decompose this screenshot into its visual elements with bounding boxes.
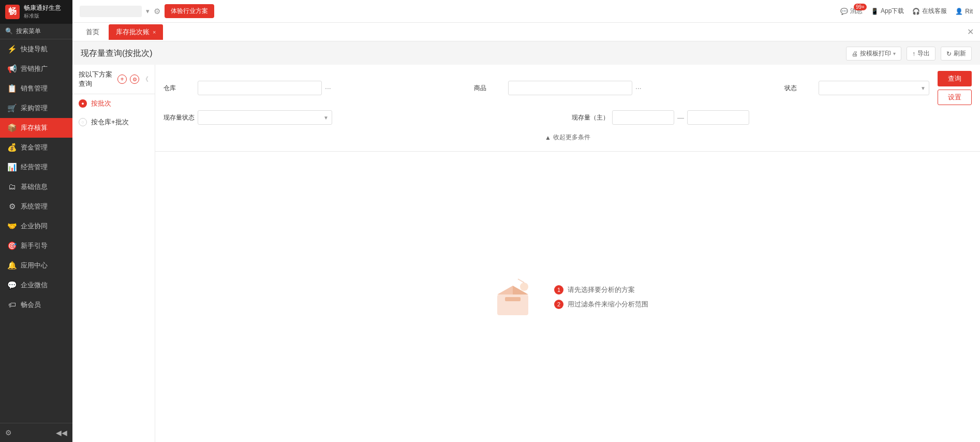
sidebar-search-label: 搜索菜单 <box>16 27 41 36</box>
add-plan-button[interactable]: + <box>117 75 127 84</box>
nav-icon: 📋 <box>7 84 17 93</box>
nav-icon: 📦 <box>7 123 17 132</box>
app-edition: 标准版 <box>24 12 61 20</box>
topbar: ▾ ⚙ 体验行业方案 💬 消息 99+ 📱 App下载 🎧 在线客服 👤 Rit <box>72 0 980 23</box>
empty-tip-2: 2 用过滤条件来缩小分析范围 <box>554 300 648 309</box>
nav-label: 新手引导 <box>21 241 48 251</box>
status-select[interactable]: ▼ <box>819 81 929 95</box>
app-title: 畅康通好生意 <box>24 4 61 12</box>
plan-dot: ○ <box>79 118 87 126</box>
left-panel-header: 按以下方案查询 + ⚙ 《 <box>72 65 155 94</box>
tab-home[interactable]: 首页 <box>79 24 107 40</box>
query-button[interactable]: 查询 <box>938 71 972 86</box>
export-icon: ↑ <box>912 50 915 57</box>
product-more-icon[interactable]: ··· <box>635 84 642 92</box>
message-badge: 99+ <box>854 4 867 10</box>
sidebar-header: 畅 畅康通好生意 标准版 <box>0 0 72 24</box>
nav-label: 采购管理 <box>21 104 48 113</box>
sidebar-item-企业协同[interactable]: 🤝企业协同 <box>0 216 72 236</box>
sidebar-item-企业微信[interactable]: 💬企业微信 <box>0 275 72 295</box>
topbar-right: 💬 消息 99+ 📱 App下载 🎧 在线客服 👤 Rit <box>840 7 973 16</box>
sidebar-footer: ⚙ ◀◀ <box>0 423 72 442</box>
nav-icon: 🗂 <box>7 182 17 191</box>
product-input[interactable] <box>508 81 632 95</box>
message-button[interactable]: 💬 消息 99+ <box>840 7 863 16</box>
print-button[interactable]: 🖨 按模板打印 ▾ <box>846 47 901 61</box>
main-area: ▾ ⚙ 体验行业方案 💬 消息 99+ 📱 App下载 🎧 在线客服 👤 Rit <box>72 0 980 442</box>
panel-collapse-icon[interactable]: 《 <box>142 75 149 84</box>
sidebar-item-畅会员[interactable]: 🏷畅会员 <box>0 295 72 315</box>
warehouse-more-icon[interactable]: ··· <box>325 84 331 92</box>
nav-icon: ⚡ <box>7 45 17 54</box>
sidebar-item-采购管理[interactable]: 🛒采购管理 <box>0 98 72 118</box>
app-download-button[interactable]: 📱 App下载 <box>871 7 904 16</box>
online-service-label: 在线客服 <box>922 7 947 16</box>
plan-label: 按仓库+批次 <box>91 117 129 127</box>
inventory-qty-dash: — <box>677 114 684 122</box>
warehouse-filter-group: 仓库 ··· <box>164 81 466 95</box>
nav-icon: 📊 <box>7 163 17 172</box>
plan-item-按仓库+批次[interactable]: ○按仓库+批次 <box>72 113 155 131</box>
sidebar-item-系统管理[interactable]: ⚙系统管理 <box>0 197 72 216</box>
user-avatar[interactable]: 👤 Rit <box>955 8 973 15</box>
inventory-qty-group: 现存量（主） — <box>572 110 972 125</box>
status-filter-group: 状态 ▼ <box>784 81 929 95</box>
nav-label: 营销推广 <box>21 64 48 73</box>
inventory-status-select[interactable]: ▼ <box>198 110 332 125</box>
sidebar-item-快捷导航[interactable]: ⚡快捷导航 <box>0 39 72 59</box>
sidebar-nav: ⚡快捷导航📢营销推广📋销售管理🛒采购管理📦库存核算💰资金管理📊经营管理🗂基础信息… <box>0 39 72 423</box>
tip-2-number: 2 <box>554 300 563 309</box>
sidebar-item-应用中心[interactable]: 🔔应用中心 <box>0 256 72 275</box>
plan-item-按批次[interactable]: ●按批次 <box>72 94 155 113</box>
topbar-dropdown-icon[interactable]: ▾ <box>146 7 150 15</box>
page-actions: 🖨 按模板打印 ▾ ↑ 导出 ↻ 刷新 <box>846 47 972 61</box>
tab-inventory-batch[interactable]: 库存批次账 × <box>109 24 163 40</box>
nav-label: 资金管理 <box>21 143 48 152</box>
nav-icon: 📢 <box>7 64 17 73</box>
inventory-qty-to[interactable] <box>687 110 749 125</box>
nav-icon: 🛒 <box>7 104 17 113</box>
topbar-search-input[interactable] <box>80 6 142 17</box>
topbar-gear-icon[interactable]: ⚙ <box>154 7 160 16</box>
inventory-status-label: 现存量状态 <box>164 113 195 122</box>
sidebar-search[interactable]: 🔍 搜索菜单 <box>0 24 72 39</box>
nav-label: 企业协同 <box>21 222 48 231</box>
printer-icon: 🖨 <box>852 50 858 57</box>
inventory-qty-from[interactable] <box>612 110 674 125</box>
product-filter-group: 商品 ··· <box>474 81 776 95</box>
tip-1-number: 1 <box>554 285 563 294</box>
sidebar-item-销售管理[interactable]: 📋销售管理 <box>0 79 72 98</box>
page-header: 现存量查询(按批次) 🖨 按模板打印 ▾ ↑ 导出 ↻ 刷新 <box>72 41 980 65</box>
left-panel-title: 按以下方案查询 <box>79 70 117 89</box>
filter-settings-button[interactable]: 设置 <box>938 90 972 105</box>
plan-settings-button[interactable]: ⚙ <box>130 75 139 84</box>
tab-close-all[interactable]: ✕ <box>967 27 974 37</box>
nav-icon: 🎯 <box>7 241 17 251</box>
refresh-button[interactable]: ↻ 刷新 <box>941 47 972 61</box>
collapse-icon[interactable]: ◀◀ <box>56 429 67 437</box>
sidebar-item-经营管理[interactable]: 📊经营管理 <box>0 157 72 177</box>
svg-point-4 <box>520 283 528 291</box>
settings-icon[interactable]: ⚙ <box>5 429 12 437</box>
svg-rect-3 <box>505 297 521 301</box>
online-service-button[interactable]: 🎧 在线客服 <box>912 7 947 16</box>
tab-close-icon[interactable]: × <box>153 29 156 35</box>
empty-tips: 1 请先选择要分析的方案 2 用过滤条件来缩小分析范围 <box>554 285 648 309</box>
sidebar-item-库存核算[interactable]: 📦库存核算 <box>0 118 72 138</box>
app-logo: 畅 <box>5 5 20 19</box>
sidebar-item-新手引导[interactable]: 🎯新手引导 <box>0 236 72 256</box>
export-button[interactable]: ↑ 导出 <box>907 47 936 61</box>
sidebar-item-基础信息[interactable]: 🗂基础信息 <box>0 177 72 197</box>
inventory-qty-label: 现存量（主） <box>572 113 609 122</box>
headset-icon: 🎧 <box>912 8 920 15</box>
warehouse-input[interactable] <box>198 81 322 95</box>
product-label: 商品 <box>474 84 505 93</box>
content-area: 按以下方案查询 + ⚙ 《 ●按批次○按仓库+批次 仓库 ··· <box>72 65 980 442</box>
sidebar-item-资金管理[interactable]: 💰资金管理 <box>0 138 72 157</box>
print-dropdown-arrow[interactable]: ▾ <box>893 51 896 56</box>
collapse-more-button[interactable]: ▲ 收起更多条件 <box>164 130 972 145</box>
tab-home-label: 首页 <box>86 27 99 37</box>
industry-solution-button[interactable]: 体验行业方案 <box>165 4 214 18</box>
sidebar-item-营销推广[interactable]: 📢营销推广 <box>0 59 72 79</box>
nav-label: 销售管理 <box>21 84 48 93</box>
